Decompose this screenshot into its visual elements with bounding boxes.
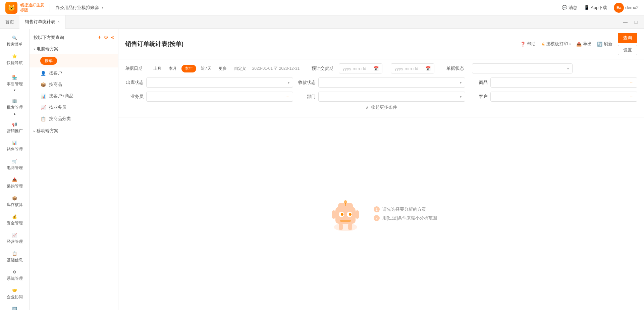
svg-point-5 — [341, 213, 343, 216]
dept-select[interactable]: ▾ — [318, 92, 465, 102]
tab-home[interactable]: 首页 — [0, 15, 19, 29]
mobile-scheme-header[interactable]: ▸ 移动端方案 — [30, 126, 118, 136]
out-status-select[interactable]: ▾ — [146, 78, 293, 88]
scheme-by-customer[interactable]: 👤 按客户 — [30, 67, 118, 79]
customer-scheme-icon: 👤 — [40, 70, 46, 76]
sidebar-item-finance[interactable]: 💰 资金管理 — [0, 211, 29, 229]
date-btn-more[interactable]: 更多 — [216, 65, 229, 72]
topbar-left: 🐱 畅捷通好生意 标版 办公用品行业模拟账套 ▾ — [5, 2, 104, 14]
settings-scheme-icon[interactable]: ⚙ — [104, 34, 108, 41]
sidebar-quicknav[interactable]: ⭐ 快捷导航 — [0, 51, 29, 69]
download-icon: 📱 — [584, 5, 589, 10]
sidebar-item-ecommerce[interactable]: 🛒 电商管理 — [0, 156, 29, 174]
filter-cell-dept: 部门 ▾ — [297, 92, 465, 102]
expected-date-from[interactable]: yyyy-mm-dd 📅 — [339, 63, 382, 73]
svg-rect-11 — [348, 224, 352, 230]
sidebar-item-guide[interactable]: 🆕 新手引导 — [0, 303, 29, 310]
date-btn-thisyear[interactable]: 本年 — [181, 65, 196, 72]
mobile-scheme-label: 移动端方案 — [37, 128, 58, 134]
desktop-scheme-group: ▾ 电脑端方案 按单 👤 按客户 📦 按商品 📊 按客户+商品 — [30, 44, 118, 124]
scheme-by-salesman[interactable]: 📈 按业务员 — [30, 102, 118, 113]
app-download-button[interactable]: 📱 App下载 — [584, 5, 607, 11]
sidebar-item-retail[interactable]: 🏪 零售管理 ▾ — [0, 72, 29, 95]
sidebar-search-label: 搜索菜单 — [7, 42, 23, 47]
empty-state-content: 1 请先选择要分析的方案 2 用[过滤]条件来缩小分析范围 — [325, 194, 437, 234]
tab-actions: — □ — [621, 18, 644, 26]
app-title-dropdown[interactable]: ▾ — [102, 5, 104, 10]
status-select[interactable]: ▾ — [472, 63, 573, 73]
hint-num-2: 2 — [374, 215, 380, 221]
sidebar-item-operations[interactable]: 📈 经营管理 — [0, 229, 29, 248]
enterprise-icon: 🤝 — [12, 288, 17, 293]
date-separator: — — [384, 66, 389, 71]
export-button[interactable]: 📤 导出 — [576, 41, 592, 47]
scheme-by-cust-prod[interactable]: 📊 按客户+商品 — [30, 90, 118, 102]
collapse-panel-icon[interactable]: « — [111, 34, 114, 41]
date-control: 上月 本月 本年 近7天 更多 自定义 2023-01-01 至 2023-12… — [151, 65, 300, 72]
sidebar-item-marketing[interactable]: 📢 营销推广 — [0, 119, 29, 137]
topbar-right: 💬 消息 📱 App下载 Ea demo2 — [562, 3, 639, 13]
customer-more-icon[interactable]: ··· — [630, 94, 634, 99]
settings-button[interactable]: 设置 — [618, 45, 637, 55]
print-button[interactable]: 🖨 按模板打印 ▾ — [541, 41, 571, 47]
collapse-filters-button[interactable]: ∧ 收起更多条件 — [125, 102, 637, 113]
date-btn-lastmonth[interactable]: 上月 — [151, 65, 164, 72]
desktop-scheme-header[interactable]: ▾ 电脑端方案 — [30, 44, 118, 54]
expand-icon: ▾ — [34, 47, 35, 51]
sidebar-item-sales[interactable]: 📊 销售管理 — [0, 137, 29, 156]
sidebar-item-basic[interactable]: 📋 基础信息 — [0, 248, 29, 266]
username: demo2 — [625, 5, 639, 10]
window-maximize-button[interactable]: □ — [632, 18, 640, 26]
help-button[interactable]: ❓ 帮助 — [520, 41, 536, 47]
empty-state: 1 请先选择要分析的方案 2 用[过滤]条件来缩小分析范围 — [118, 117, 644, 310]
sidebar-item-inventory[interactable]: 📦 库存核算 — [0, 193, 29, 211]
quicknav-icon: ⭐ — [12, 54, 17, 59]
refresh-button[interactable]: 🔄 刷新 — [597, 41, 612, 47]
tab-close-icon[interactable]: × — [57, 19, 60, 24]
window-minimize-button[interactable]: — — [621, 18, 629, 26]
page-title: 销售订单统计表(按单) — [125, 40, 183, 48]
search-icon: 🔍 — [12, 36, 17, 40]
message-icon: 💬 — [562, 5, 567, 10]
date-btn-7days[interactable]: 近7天 — [198, 65, 214, 72]
payment-status-select[interactable]: ▾ — [318, 78, 465, 88]
active-scheme-badge[interactable]: 按单 — [40, 57, 57, 65]
wholesale-arrow: ▴ — [14, 112, 15, 115]
goods-input[interactable]: ··· — [490, 78, 637, 88]
message-button[interactable]: 💬 消息 — [562, 5, 577, 11]
salesman-more-icon[interactable]: ··· — [285, 94, 289, 99]
scheme-by-order[interactable]: 按单 — [30, 54, 118, 67]
goods-more-icon[interactable]: ··· — [630, 80, 634, 85]
sidebar-item-system[interactable]: ⚙ 系统管理 — [0, 266, 29, 285]
mobile-expand-icon: ▸ — [34, 129, 35, 133]
date-btn-thismonth[interactable]: 本月 — [166, 65, 179, 72]
hint-text-1: 请先选择要分析的方案 — [382, 206, 426, 212]
sidebar-item-wholesale[interactable]: 🏢 批发管理 ▴ — [0, 95, 29, 119]
user-menu[interactable]: Ea demo2 — [614, 3, 639, 13]
scheme-by-product[interactable]: 📦 按商品 — [30, 79, 118, 90]
app-title: 办公用品行业模拟账套 — [55, 5, 99, 11]
print-dropdown-icon: ▾ — [569, 42, 571, 46]
customer-input[interactable]: ··· — [490, 92, 637, 102]
query-button[interactable]: 查询 — [618, 33, 637, 43]
sidebar-item-purchase[interactable]: 📥 采购管理 — [0, 174, 29, 193]
tab-sales-order[interactable]: 销售订单统计表 × — [19, 15, 65, 29]
filter-row-2: 出库状态 ▾ 收款状态 ▾ 商品 — [125, 78, 637, 88]
sidebar-search[interactable]: 🔍 搜索菜单 — [0, 32, 29, 51]
status-dropdown-icon: ▾ — [567, 67, 569, 70]
guide-icon: 🆕 — [12, 307, 17, 310]
sidebar-item-enterprise[interactable]: 🤝 企业协同 — [0, 285, 29, 303]
filter-row-1: 单据日期 上月 本月 本年 近7天 更多 自定义 2023-01-01 至 20… — [125, 63, 637, 73]
add-scheme-icon[interactable]: + — [98, 34, 101, 41]
salesman-scheme-label: 按业务员 — [49, 104, 66, 110]
wholesale-icon: 🏢 — [12, 99, 17, 103]
sidebar-quicknav-label: 快捷导航 — [7, 60, 23, 66]
scheme-by-category[interactable]: 📋 按商品分类 — [30, 113, 118, 124]
salesman-input[interactable]: ··· — [146, 92, 293, 102]
main-layout: 🔍 搜索菜单 ⭐ 快捷导航 🏪 零售管理 ▾ 🏢 批发管理 ▴ 📢 营销推广 📊… — [0, 29, 644, 310]
mobile-scheme-group: ▸ 移动端方案 — [30, 126, 118, 136]
payment-status-label: 收款状态 — [297, 80, 316, 86]
desktop-scheme-label: 电脑端方案 — [37, 46, 58, 52]
expected-date-to[interactable]: yyyy-mm-dd 📅 — [391, 63, 434, 73]
date-btn-custom[interactable]: 自定义 — [231, 65, 249, 72]
